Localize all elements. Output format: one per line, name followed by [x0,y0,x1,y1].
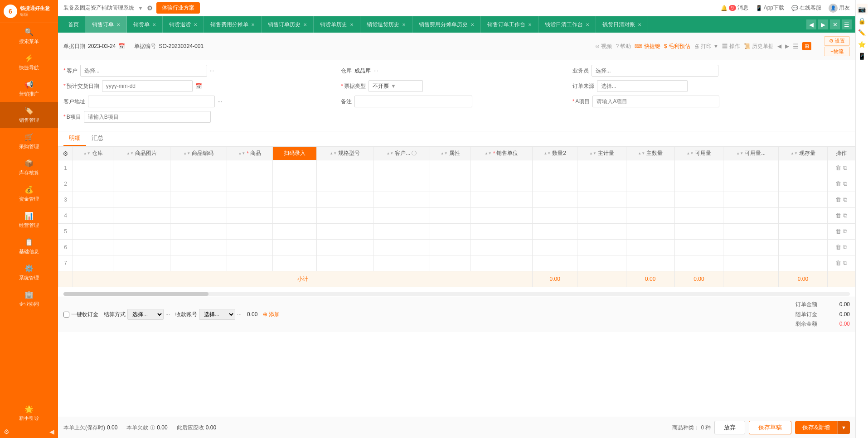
customer-code-info[interactable]: ⓘ [412,150,417,157]
calendar-icon[interactable]: 📅 [118,43,125,49]
tab-reconcile-close[interactable]: ✕ [638,22,641,27]
row-3-copy-icon[interactable]: ⧉ [843,196,847,203]
row-5-delete-icon[interactable]: 🗑 [835,228,841,235]
row-4-stock[interactable] [779,208,827,224]
industry-btn[interactable]: 体验行业方案 [156,2,200,14]
tab-home[interactable]: 首页 [62,16,86,33]
row-7-main-unit[interactable] [577,255,626,271]
account-dots[interactable]: ··· [237,311,242,318]
tab-sales-invoice-close[interactable]: ✕ [152,22,156,27]
row-6-available[interactable] [674,240,723,255]
grid-view-icon[interactable]: ⊞ [802,42,811,50]
warehouse-dots[interactable]: ··· [373,67,378,74]
sidebar-item-search[interactable]: 🔍 搜索菜单 [0,23,58,49]
app-download-link[interactable]: 📱 App下载 [756,4,784,12]
tab-sales-return[interactable]: 销货退货 ✕ [163,16,204,33]
row-2-sales-unit[interactable] [470,176,533,192]
row-7-available2[interactable] [723,255,779,271]
tab-summary[interactable]: 汇总 [86,131,109,146]
row-5-warehouse[interactable] [73,224,113,240]
tab-daily-clear-close[interactable]: ✕ [586,22,589,27]
row-1-customer-code[interactable] [373,160,430,176]
b-project-input[interactable] [84,111,211,123]
row-1-qty2[interactable] [533,160,577,176]
row-2-customer-code[interactable] [373,176,430,192]
row-6-main-unit[interactable] [577,240,626,255]
row-6-sales-unit[interactable] [470,240,533,255]
row-5-product-code[interactable] [170,224,227,240]
payment-method-select[interactable]: 选择... [127,309,164,320]
row-3-product-code[interactable] [170,192,227,208]
tab-invoice-history-close[interactable]: ✕ [350,22,354,27]
row-3-customer-code[interactable] [373,192,430,208]
row-1-spec[interactable] [316,160,373,176]
row-5-product-image[interactable] [113,224,170,240]
row-6-attribute[interactable] [430,240,470,255]
row-1-available[interactable] [674,160,723,176]
row-2-spec[interactable] [316,176,373,192]
add-payment-btn[interactable]: ⊕ 添加 [263,311,280,318]
row-5-main-unit[interactable] [577,224,626,240]
row-7-stock[interactable] [779,255,827,271]
row-1-product[interactable] [227,160,272,176]
row-6-available2[interactable] [723,240,779,255]
settings-bottom-icon[interactable]: ⚙ [4,428,10,435]
row-3-product-image[interactable] [113,192,170,208]
row-4-sales-unit[interactable] [470,208,533,224]
tab-sales-return-close[interactable]: ✕ [194,22,197,27]
tab-sales-order[interactable]: 销售订单 ✕ [86,16,127,33]
tab-menu-btn[interactable]: ☰ [842,19,852,29]
row-6-product-image[interactable] [113,240,170,255]
salesperson-input[interactable] [592,65,718,77]
row-4-copy-icon[interactable]: ⧉ [843,212,847,219]
row-6-product-code[interactable] [170,240,227,255]
logistics-btn[interactable]: +物流 [824,47,850,56]
row-7-available[interactable] [674,255,723,271]
row-4-qty2[interactable] [533,208,577,224]
a-project-input[interactable] [592,96,719,107]
row-6-copy-icon[interactable]: ⧉ [843,244,847,251]
row-5-qty2[interactable] [533,224,577,240]
order-source-input[interactable] [597,80,688,92]
settings-icon[interactable]: ⚙ [147,4,153,12]
row-3-available[interactable] [674,192,723,208]
row-6-main-qty[interactable] [626,240,674,255]
row-6-product[interactable] [227,240,272,255]
dropdown-arrow-icon[interactable]: ▼ [138,5,143,11]
scroll-track[interactable] [63,292,850,296]
row-7-warehouse[interactable] [73,255,113,271]
row-5-spec[interactable] [316,224,373,240]
row-2-available2[interactable] [723,176,779,192]
row-3-sales-unit[interactable] [470,192,533,208]
row-7-product-code[interactable] [170,255,227,271]
tab-reconcile[interactable]: 钱货日清对账 ✕ [596,16,648,33]
row-3-main-qty[interactable] [626,192,674,208]
row-3-main-unit[interactable] [577,192,626,208]
row-4-product-code[interactable] [170,208,227,224]
discard-btn[interactable]: 放弃 [714,421,745,434]
row-6-spec[interactable] [316,240,373,255]
row-1-main-unit[interactable] [577,160,626,176]
collapse-sidebar-icon[interactable]: ◀ [49,428,54,435]
online-service-link[interactable]: 💬 在线客服 [791,4,821,12]
row-5-main-qty[interactable] [626,224,674,240]
customer-input[interactable] [80,65,207,77]
tab-return-history-close[interactable]: ✕ [402,22,406,27]
sidebar-item-basic[interactable]: 📋 基础信息 [0,233,58,260]
row-5-stock[interactable] [779,224,827,240]
sidebar-item-finance[interactable]: 💰 资金管理 [0,181,58,207]
row-6-delete-icon[interactable]: 🗑 [835,244,841,251]
row-2-product-image[interactable] [113,176,170,192]
tab-order-workbench[interactable]: 销售订单工作台 ✕ [481,16,538,33]
operations-action[interactable]: ☰ 操作 [722,43,740,50]
row-5-product[interactable] [227,224,272,240]
tab-order-workbench-close[interactable]: ✕ [528,22,532,27]
list-view-icon[interactable]: ☰ [793,43,799,50]
sidebar-item-sales[interactable]: 🏷️ 销售管理 [0,102,58,128]
row-1-sales-unit[interactable] [470,160,533,176]
row-5-customer-code[interactable] [373,224,430,240]
row-6-stock[interactable] [779,240,827,255]
sidebar-item-quicknav[interactable]: ⚡ 快捷导航 [0,49,58,76]
row-7-delete-icon[interactable]: 🗑 [835,260,841,267]
row-3-available2[interactable] [723,192,779,208]
